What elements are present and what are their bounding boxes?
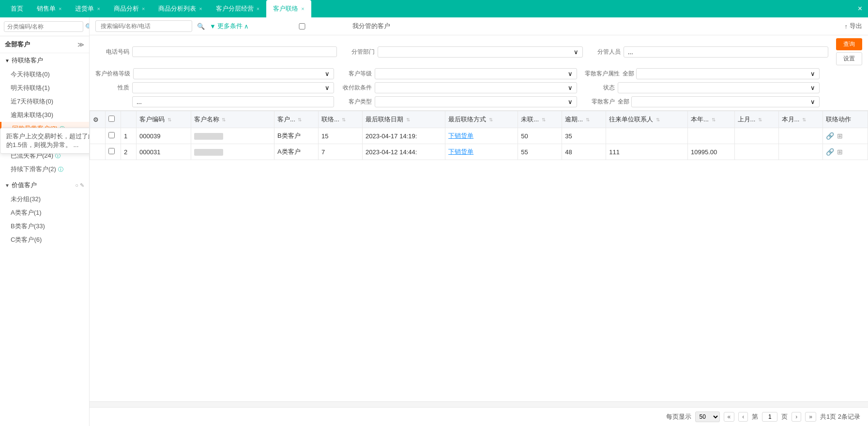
tab-purchase-label: 进货单 xyxy=(75,4,94,13)
col-this-year[interactable]: 本年... ⇅ xyxy=(688,111,734,128)
filter-field-dept: 分管部门 ∨ xyxy=(341,46,582,58)
col-last-date[interactable]: 最后联络日期 ⇅ xyxy=(363,111,445,128)
sidebar-item-class-a[interactable]: A类客户(1) xyxy=(0,206,89,220)
price-level-select[interactable]: ∨ xyxy=(133,68,334,79)
sidebar-item-overdue[interactable]: 逾期未联络(30) xyxy=(0,108,89,122)
query-button[interactable]: 查询 xyxy=(836,38,862,50)
tab-sales[interactable]: 销售单 × xyxy=(30,0,68,17)
dept-select[interactable]: ∨ xyxy=(378,46,582,58)
sidebar-item-class-b[interactable]: B类客户(33) xyxy=(0,220,89,233)
person-label: 分管人员 xyxy=(587,48,621,56)
value-group-label: 价值客户 xyxy=(12,181,37,190)
col-unit-contacts[interactable]: 往来单位联系人 ⇅ xyxy=(606,111,688,128)
filter-bar: 🔍 ▼ 更多条件 ∧ 我分管的客户 ↑ 导出 xyxy=(90,17,868,35)
customer-level-select[interactable]: ∨ xyxy=(375,68,577,79)
nature-select[interactable]: ∨ xyxy=(132,82,334,93)
customer-level-label: 客户等级 xyxy=(338,70,372,78)
close-customer-contact-icon[interactable]: × xyxy=(301,6,304,12)
tab-customer-tier[interactable]: 客户分层经营 × xyxy=(209,0,266,17)
status-select[interactable]: ∨ xyxy=(618,82,820,93)
tab-sales-label: 销售单 xyxy=(37,4,56,13)
retail-customer-select[interactable]: ∨ xyxy=(631,96,820,107)
pending-group-label: 待联络客户 xyxy=(12,56,43,65)
col-last-method[interactable]: 最后联络方式 ⇅ xyxy=(445,111,518,128)
row1-action-grid-icon[interactable]: ⊞ xyxy=(837,132,843,140)
row1-checkbox-cell xyxy=(106,128,121,144)
filter-field-customer-type: 客户类型 ∨ xyxy=(338,96,577,107)
tab-home[interactable]: 首页 xyxy=(4,0,30,17)
filter-search-icon[interactable]: 🔍 xyxy=(197,23,205,30)
filter-field-payment: 收付款条件 ∨ xyxy=(338,82,577,93)
sort-this-month-icon: ⇅ xyxy=(802,117,806,122)
sort-contact-icon: ⇅ xyxy=(342,117,346,122)
close-all-button[interactable]: × xyxy=(858,4,862,13)
page-number-input[interactable] xyxy=(762,412,777,422)
sort-type-icon: ⇅ xyxy=(298,117,302,122)
next-page-button[interactable]: › xyxy=(792,412,801,422)
price-level-label: 客户价格等级 xyxy=(95,70,130,78)
col-name[interactable]: 客户名称 ⇅ xyxy=(191,111,274,128)
phone-label: 电话号码 xyxy=(95,48,129,56)
settings-button[interactable]: 设置 xyxy=(836,52,862,65)
export-button[interactable]: ↑ 导出 xyxy=(845,22,863,30)
row2-action-grid-icon[interactable]: ⊞ xyxy=(837,148,843,156)
close-purchase-icon[interactable]: × xyxy=(97,6,100,12)
value-group-edit-icons[interactable]: ○ ✎ xyxy=(75,182,84,189)
person-input[interactable]: ... xyxy=(624,46,828,58)
select-all-checkbox[interactable] xyxy=(108,116,115,122)
close-product-list-icon[interactable]: × xyxy=(199,6,202,12)
phone-input[interactable] xyxy=(132,46,337,57)
col-last-month[interactable]: 上月... ⇅ xyxy=(734,111,778,128)
payment-select[interactable]: ∨ xyxy=(375,82,577,93)
customer-type-select[interactable]: ∨ xyxy=(375,96,577,107)
col-this-month[interactable]: 本月... ⇅ xyxy=(778,111,822,128)
col-type[interactable]: 客户... ⇅ xyxy=(274,111,318,128)
col-overdue[interactable]: 逾期... ⇅ xyxy=(562,111,606,128)
sidebar-search-input[interactable] xyxy=(4,21,83,32)
per-page-select[interactable]: 50 20 100 xyxy=(695,411,720,422)
col-settings[interactable]: ⚙ xyxy=(90,111,106,128)
sidebar-group-pending-title[interactable]: ▼ 待联络客户 xyxy=(0,53,89,68)
row1-actions: 🔗 ⊞ xyxy=(822,128,868,144)
tab-product-list[interactable]: 商品分析列表 × xyxy=(152,0,209,17)
my-customers-checkbox[interactable] xyxy=(254,23,350,29)
retail-attr-select[interactable]: ∨ xyxy=(636,68,820,79)
tab-customer-contact[interactable]: 客户联络 × xyxy=(266,0,311,17)
sidebar-item-week[interactable]: 近7天待联络(0) xyxy=(0,95,89,108)
first-page-button[interactable]: « xyxy=(724,412,735,422)
close-customer-tier-icon[interactable]: × xyxy=(257,6,259,12)
row2-last-method-link[interactable]: 下销货单 xyxy=(448,148,473,155)
col-code[interactable]: 客户编码 ⇅ xyxy=(137,111,191,128)
prev-page-button[interactable]: ‹ xyxy=(738,412,748,422)
filter-field-price-level: 客户价格等级 ∨ xyxy=(95,68,334,79)
sidebar-item-tomorrow[interactable]: 明天待联络(1) xyxy=(0,81,89,95)
sidebar-item-declining[interactable]: 持续下滑客户(2) ⓘ xyxy=(0,162,89,176)
tab-product-analysis[interactable]: 商品分析 × xyxy=(107,0,152,17)
last-page-button[interactable]: » xyxy=(805,412,816,422)
more-conditions-button[interactable]: ▼ 更多条件 ∧ xyxy=(210,22,249,30)
sidebar-item-class-c[interactable]: C类客户(6) xyxy=(0,233,89,247)
row1-checkbox[interactable] xyxy=(108,132,115,138)
row2-checkbox[interactable] xyxy=(108,148,115,154)
col-contact[interactable]: 联络... ⇅ xyxy=(319,111,363,128)
row2-action-link-icon[interactable]: 🔗 xyxy=(826,148,834,156)
close-product-analysis-icon[interactable]: × xyxy=(142,6,145,12)
horizontal-scrollbar[interactable] xyxy=(90,401,868,407)
row1-action-link-icon[interactable]: 🔗 xyxy=(826,132,834,140)
search-input[interactable] xyxy=(95,20,192,32)
sort-last-method-icon: ⇅ xyxy=(489,117,493,122)
extra-field-dots[interactable]: ... xyxy=(132,96,334,107)
col-uncontacted[interactable]: 未联... ⇅ xyxy=(518,111,562,128)
close-sales-icon[interactable]: × xyxy=(59,6,61,12)
value-arrow-icon: ▼ xyxy=(5,183,10,188)
sidebar-search-icon[interactable]: 🔍 xyxy=(85,23,90,30)
sidebar-item-ungrouped[interactable]: 未分组(32) xyxy=(0,192,89,206)
row1-last-method-link[interactable]: 下销货单 xyxy=(448,132,473,139)
row2-uncontacted: 55 xyxy=(518,144,562,160)
dept-label: 分管部门 xyxy=(341,48,375,56)
tab-purchase[interactable]: 进货单 × xyxy=(68,0,107,17)
sidebar-item-today[interactable]: 今天待联络(0) xyxy=(0,68,89,81)
sidebar-collapse-icon[interactable]: ≫ xyxy=(77,41,84,48)
row1-type: B类客户 xyxy=(274,128,318,144)
row1-this-month xyxy=(778,128,822,144)
